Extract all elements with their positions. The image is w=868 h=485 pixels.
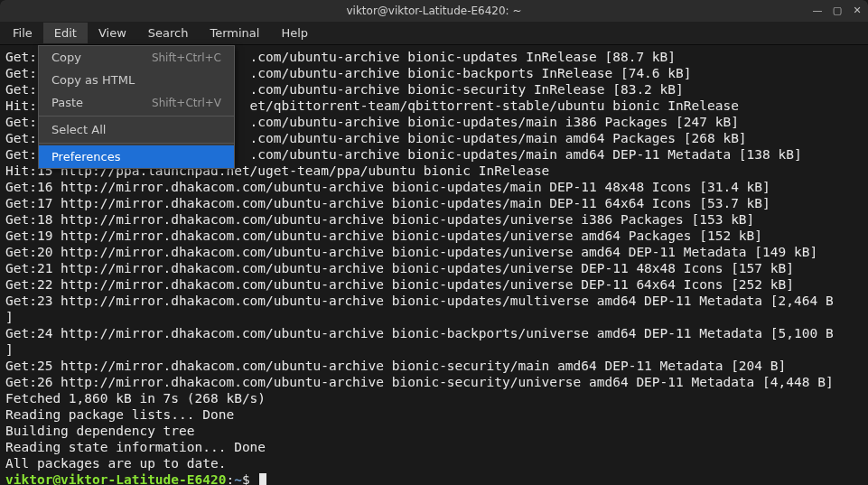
menu-edit[interactable]: Edit xyxy=(43,23,88,43)
terminal-line: Get:16 http://mirror.dhakacom.com/ubuntu… xyxy=(5,179,863,195)
prompt-user-host: viktor@viktor-Latitude-E6420 xyxy=(5,472,226,485)
prompt-path: ~ xyxy=(234,472,242,485)
terminal-line: ] xyxy=(5,341,863,358)
minimize-icon[interactable]: — xyxy=(812,5,823,16)
menu-terminal[interactable]: Terminal xyxy=(199,23,270,43)
menu-item-shortcut: Shift+Ctrl+V xyxy=(152,97,221,109)
terminal-line: Get:20 http://mirror.dhakacom.com/ubuntu… xyxy=(5,244,863,260)
terminal-line: Get:23 http://mirror.dhakacom.com/ubuntu… xyxy=(5,293,863,309)
terminal-line: Get:18 http://mirror.dhakacom.com/ubuntu… xyxy=(5,211,863,228)
edit-menu-dropdown: CopyShift+Ctrl+CCopy as HTMLPasteShift+C… xyxy=(38,45,235,169)
menu-help[interactable]: Help xyxy=(270,23,319,43)
menu-item-label: Copy as HTML xyxy=(51,73,135,87)
menu-item-select-all[interactable]: Select All xyxy=(39,118,234,141)
prompt-suffix: $ xyxy=(242,472,257,485)
terminal-line: Get:21 http://mirror.dhakacom.com/ubuntu… xyxy=(5,260,863,276)
menu-search[interactable]: Search xyxy=(137,23,200,43)
terminal-line: ] xyxy=(5,309,863,325)
terminal-line: Fetched 1,860 kB in 7s (268 kB/s) xyxy=(5,390,863,406)
menu-view[interactable]: View xyxy=(88,23,137,43)
terminal-line: Building dependency tree xyxy=(5,423,863,439)
window-controls: — ▢ ✕ xyxy=(812,5,863,16)
terminal-prompt[interactable]: viktor@viktor-Latitude-E6420:~$ xyxy=(5,471,863,485)
cursor xyxy=(259,473,266,485)
terminal-line: Get:26 http://mirror.dhakacom.com/ubuntu… xyxy=(5,374,863,390)
menu-separator xyxy=(39,143,234,144)
terminal-line: Get:17 http://mirror.dhakacom.com/ubuntu… xyxy=(5,195,863,211)
maximize-icon[interactable]: ▢ xyxy=(832,5,843,16)
menu-item-paste[interactable]: PasteShift+Ctrl+V xyxy=(39,91,234,114)
menu-item-copy[interactable]: CopyShift+Ctrl+C xyxy=(39,46,234,69)
terminal-line: Reading package lists... Done xyxy=(5,406,863,423)
menu-item-label: Select All xyxy=(51,123,106,136)
terminal-line: Get:24 http://mirror.dhakacom.com/ubuntu… xyxy=(5,325,863,341)
prompt-colon: : xyxy=(226,472,234,485)
close-icon[interactable]: ✕ xyxy=(852,5,863,16)
menu-file[interactable]: File xyxy=(2,23,43,43)
menubar: FileEditViewSearchTerminalHelp xyxy=(0,22,868,45)
menu-item-label: Paste xyxy=(51,96,83,109)
menu-item-preferences[interactable]: Preferences xyxy=(39,145,234,168)
terminal-line: Reading state information... Done xyxy=(5,439,863,455)
window-titlebar: viktor@viktor-Latitude-E6420: ~ — ▢ ✕ xyxy=(0,0,868,22)
menu-item-copy-as-html[interactable]: Copy as HTML xyxy=(39,69,234,91)
terminal-line: Get:25 http://mirror.dhakacom.com/ubuntu… xyxy=(5,358,863,374)
menu-separator xyxy=(39,116,234,117)
menu-item-shortcut: Shift+Ctrl+C xyxy=(152,51,221,64)
terminal-line: All packages are up to date. xyxy=(5,455,863,471)
menu-item-label: Preferences xyxy=(51,150,120,163)
window-title: viktor@viktor-Latitude-E6420: ~ xyxy=(346,5,521,17)
terminal-line: Get:19 http://mirror.dhakacom.com/ubuntu… xyxy=(5,228,863,244)
menu-item-label: Copy xyxy=(51,51,81,64)
terminal-line: Get:22 http://mirror.dhakacom.com/ubuntu… xyxy=(5,276,863,293)
